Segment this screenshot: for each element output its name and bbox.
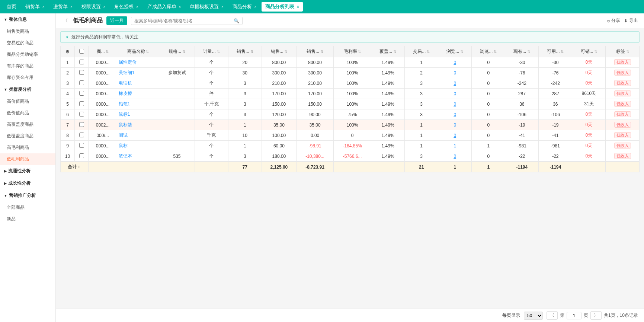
sidebar-item-high-value[interactable]: 高价值商品: [0, 96, 55, 107]
nav-analysis-list[interactable]: 商品分析列表 ×: [262, 2, 302, 12]
row-name-3[interactable]: 橡皮擦: [117, 89, 159, 99]
nav-templates[interactable]: 单据模板设置 ×: [186, 2, 227, 12]
col-tag[interactable]: 标签: [606, 46, 640, 57]
nav-sales[interactable]: 销货单 ×: [22, 2, 48, 12]
col-sales-profit[interactable]: 销售...: [297, 46, 334, 57]
row-views1-4[interactable]: 0: [438, 99, 472, 109]
col-checkbox-header[interactable]: [74, 46, 88, 57]
prev-page-button[interactable]: 〈: [547, 311, 558, 320]
col-transactions[interactable]: 交易...: [405, 46, 438, 57]
col-name[interactable]: 商品名称: [117, 46, 159, 57]
row-checkbox-6[interactable]: [74, 120, 88, 130]
col-gross-margin[interactable]: 毛利率: [334, 46, 371, 57]
sidebar-item-traded-goods[interactable]: 交易过的商品: [0, 37, 55, 49]
row-unit-2: 个: [195, 78, 228, 89]
search-input[interactable]: [134, 18, 234, 23]
sidebar-item-high-coverage[interactable]: 高覆盖度商品: [0, 119, 55, 130]
col-sales-amount[interactable]: 销售...: [262, 46, 296, 57]
close-analysis[interactable]: ×: [254, 5, 256, 9]
row-name-5[interactable]: 鼠标1: [117, 109, 159, 120]
row-checkbox-9[interactable]: [74, 151, 88, 162]
row-name-4[interactable]: 铅笔1: [117, 99, 159, 109]
select-all-checkbox[interactable]: [79, 49, 84, 54]
col-available-stock[interactable]: 可用...: [539, 46, 572, 57]
row-name-6[interactable]: 鼠标垫: [117, 120, 159, 130]
col-spec[interactable]: 规格...: [159, 46, 195, 57]
nav-analysis[interactable]: 商品分析 ×: [229, 2, 260, 12]
close-products[interactable]: ×: [179, 5, 181, 9]
summary-empty-days: [572, 162, 606, 172]
row-unit-0: 个: [195, 57, 228, 68]
data-table: ⚙ 商... 商品名称 规格... 计量... 销售... 销售... 销售..…: [60, 46, 640, 172]
sidebar-section-growth[interactable]: ▶ 成长性分析: [0, 177, 55, 189]
sidebar-section-overall[interactable]: ▼ 整体信息: [0, 13, 55, 26]
close-templates[interactable]: ×: [221, 5, 224, 9]
col-views1[interactable]: 浏览...: [438, 46, 472, 57]
nav-home[interactable]: 首页: [3, 2, 20, 12]
col-code[interactable]: 商...: [89, 46, 117, 57]
row-checkbox-7[interactable]: [74, 130, 88, 141]
row-views1-9[interactable]: 0: [438, 151, 472, 162]
row-views1-2[interactable]: 0: [438, 78, 472, 89]
close-sales[interactable]: ×: [42, 5, 45, 9]
row-checkbox-5[interactable]: [74, 109, 88, 120]
sidebar-item-new-goods[interactable]: 新品: [0, 213, 55, 225]
col-sales-qty[interactable]: 销售...: [228, 46, 262, 57]
sidebar-section-marketing[interactable]: ▼ 营销推广分析: [0, 189, 55, 202]
sidebar-section-flow[interactable]: ▶ 流通性分析: [0, 165, 55, 177]
row-views1-6[interactable]: 0: [438, 120, 472, 130]
col-settings[interactable]: ⚙: [61, 46, 75, 57]
next-page-button[interactable]: 〉: [590, 311, 602, 320]
sidebar-item-low-coverage[interactable]: 低覆盖度商品: [0, 130, 55, 142]
row-spec-5: [159, 109, 195, 120]
row-name-2[interactable]: 电话机: [117, 78, 159, 89]
row-checkbox-0[interactable]: [74, 57, 88, 68]
sidebar-collapse-btn[interactable]: 《: [62, 17, 69, 24]
close-permissions[interactable]: ×: [103, 5, 106, 9]
row-name-0[interactable]: 属性定价: [117, 57, 159, 68]
nav-purchase[interactable]: 进货单 ×: [49, 2, 76, 12]
sidebar-item-sales-goods[interactable]: 销售类商品: [0, 26, 55, 37]
row-checkbox-2[interactable]: [74, 78, 88, 89]
col-current-stock[interactable]: 现有...: [505, 46, 539, 57]
close-purchase[interactable]: ×: [70, 5, 73, 9]
row-name-9[interactable]: 笔记本: [117, 151, 159, 162]
col-coverage[interactable]: 覆盖...: [371, 46, 405, 57]
sidebar-item-capital[interactable]: 库存资金占用: [0, 72, 55, 83]
row-views1-3[interactable]: 0: [438, 89, 472, 99]
close-analysis-list[interactable]: ×: [297, 5, 299, 9]
share-button[interactable]: ⎋ 分享: [607, 17, 620, 24]
tag-badge-3: 低收入: [614, 90, 631, 96]
sidebar-item-low-value[interactable]: 低价值商品: [0, 107, 55, 119]
row-views1-5[interactable]: 0: [438, 109, 472, 120]
row-checkbox-3[interactable]: [74, 89, 88, 99]
col-unit[interactable]: 计量...: [195, 46, 228, 57]
page-size-select[interactable]: 50 10 20 100: [524, 312, 543, 320]
row-views1-7[interactable]: 0: [438, 130, 472, 141]
sidebar-item-category-rate[interactable]: 商品分类助销率: [0, 49, 55, 60]
nav-products[interactable]: 产成品入库单 ×: [144, 2, 185, 12]
sidebar-section-cluster[interactable]: ▼ 类群度分析: [0, 83, 55, 96]
row-name-8[interactable]: 鼠标: [117, 141, 159, 151]
nav-roles[interactable]: 角色授权 ×: [110, 2, 142, 12]
nav-permissions[interactable]: 权限设置 ×: [78, 2, 109, 12]
row-views1-1[interactable]: 0: [438, 68, 472, 78]
row-checkbox-4[interactable]: [74, 99, 88, 109]
sidebar-item-high-margin[interactable]: 高毛利商品: [0, 142, 55, 153]
row-name-1[interactable]: 吴细细1: [117, 68, 159, 78]
page-number-input[interactable]: [567, 312, 581, 319]
sidebar-item-all-goods[interactable]: 全部商品: [0, 202, 55, 213]
col-views2[interactable]: 浏览...: [472, 46, 505, 57]
row-views1-0[interactable]: 0: [438, 57, 472, 68]
row-checkbox-1[interactable]: [74, 68, 88, 78]
row-name-7[interactable]: 测试: [117, 130, 159, 141]
sidebar-item-in-stock[interactable]: 有库存的商品: [0, 60, 55, 72]
col-sellable-days[interactable]: 可销...: [572, 46, 606, 57]
date-filter-button[interactable]: 近一月: [106, 16, 127, 25]
close-roles[interactable]: ×: [136, 5, 138, 9]
sidebar-item-low-margin[interactable]: 低毛利商品: [0, 153, 55, 165]
row-checkbox-8[interactable]: [74, 141, 88, 151]
export-button[interactable]: ⬇ 导出: [624, 17, 638, 24]
row-sellable-days-6: 0天: [572, 120, 606, 130]
row-views1-8[interactable]: 1: [438, 141, 472, 151]
